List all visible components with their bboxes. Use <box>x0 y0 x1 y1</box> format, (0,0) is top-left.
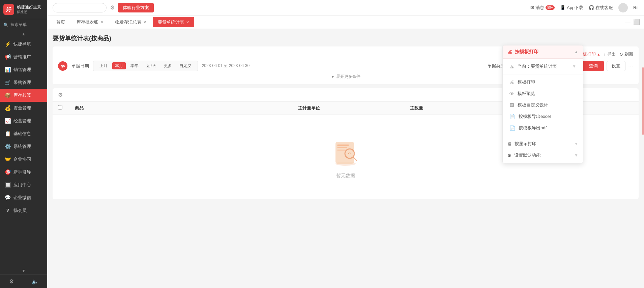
tab-inventory-batch[interactable]: 库存批次账 ✕ <box>71 17 109 27</box>
sidebar-item-purchase[interactable]: 🛒 采购管理 <box>0 76 47 89</box>
sidebar-item-finance[interactable]: 💰 资金管理 <box>0 102 47 115</box>
enterprise-icon: 🤝 <box>5 156 11 162</box>
sidebar-item-quick-nav[interactable]: ⚡ 快捷导航 <box>0 38 47 51</box>
right-resize-handle[interactable] <box>642 67 644 135</box>
messages-badge: 99+ <box>546 5 555 10</box>
logo-icon: 好 <box>3 4 14 15</box>
date-range-text: 2023-06-01 至 2023-06-30 <box>202 63 250 69</box>
sidebar-item-system[interactable]: ⚙️ 系统管理 <box>0 140 47 153</box>
date-filter-label: 单据日期 <box>71 63 89 69</box>
finance-icon: 💰 <box>5 105 11 111</box>
settings-btn[interactable]: 设置 <box>607 61 625 71</box>
col-header-check <box>58 105 75 111</box>
sidebar-item-members[interactable]: V 畅会员 <box>0 204 47 217</box>
sidebar-item-inventory[interactable]: 📦 库存核算 <box>0 89 47 102</box>
corp-wechat-icon: 💬 <box>5 195 11 201</box>
tab-receipt-summary[interactable]: 收发存汇总表 ✕ <box>110 17 151 27</box>
printer-header-icon: 🖨 <box>507 49 512 55</box>
empty-illustration <box>329 135 362 169</box>
tab-inventory-batch-close[interactable]: ✕ <box>100 20 104 25</box>
content-area: 要货单统计表(按商品) 🖨 按模板打印 ▲ ↑ 导出 ↻ 刷新 <box>47 29 644 288</box>
table-gear-icon[interactable]: ⚙ <box>58 92 63 98</box>
refresh-icon: ↻ <box>619 52 623 57</box>
avatar[interactable] <box>618 3 628 12</box>
more-btn[interactable]: ··· <box>628 61 633 71</box>
sidebar-item-guide[interactable]: 🎯 新手引导 <box>0 166 47 179</box>
export-icon: ↑ <box>604 52 606 57</box>
members-icon: V <box>5 208 11 213</box>
sidebar: 好 畅捷通好生意 标准版 🔍 搜索菜单 ▲ ⚡ 快捷导航 📢 营销推广 📊 销售… <box>0 0 47 288</box>
dropdown-extra-section: 🖥 按显示打印 ▼ ⚙ 设置默认功能 ▼ <box>503 136 583 163</box>
username: Rit <box>633 5 639 10</box>
svg-point-7 <box>347 151 352 156</box>
date-btn-more[interactable]: 更多 <box>161 62 175 69</box>
display-print-arrow-icon: ▼ <box>574 141 578 146</box>
dropdown-template-design[interactable]: 🖼 模板自定义设计 <box>503 99 583 111</box>
volume-footer-icon[interactable]: 🔈 <box>32 278 38 285</box>
dropdown-display-print[interactable]: 🖥 按显示打印 ▼ <box>503 138 583 150</box>
dropdown-export-excel[interactable]: 📄 按模板导出excel <box>503 111 583 122</box>
app-download-btn[interactable]: 📱 App下载 <box>560 5 583 11</box>
dropdown-template-preview[interactable]: 👁 模板预览 <box>503 88 583 99</box>
tab-minimize-icon[interactable]: — <box>625 19 631 25</box>
dropdown-set-default[interactable]: ⚙ 设置默认功能 ▼ <box>503 150 583 161</box>
purchase-icon: 🛒 <box>5 79 11 86</box>
dropdown-header-left: 🖨 按模板打印 <box>507 49 538 55</box>
sidebar-item-marketing[interactable]: 📢 营销推广 <box>0 51 47 63</box>
sidebar-search-item[interactable]: 🔍 搜索菜单 <box>0 19 47 30</box>
tab-order-summary-close[interactable]: ✕ <box>186 20 189 25</box>
date-btn-custom[interactable]: 自定义 <box>177 62 194 69</box>
date-group: 上月 本月 本年 近7天 更多 自定义 <box>93 61 198 71</box>
sidebar-footer: ⚙ 🔈 <box>0 275 47 288</box>
date-btn-this-year[interactable]: 本年 <box>128 62 141 69</box>
topbar-left: ⚙ 体验行业方案 <box>53 3 154 12</box>
dropdown-header[interactable]: 🖨 按模板打印 ▲ <box>503 45 583 59</box>
current-arrow-icon: ▼ <box>572 64 576 69</box>
main-area: ⚙ 体验行业方案 ✉ 消息 99+ 📱 App下载 🎧 在线客服 Rit 首页 <box>47 0 644 288</box>
settings-footer-icon[interactable]: ⚙ <box>9 278 14 285</box>
col-header-unit: 主计量单位 <box>298 105 410 111</box>
messages-btn[interactable]: ✉ 消息 99+ <box>530 5 555 11</box>
message-icon: ✉ <box>530 5 534 10</box>
dropdown-export-pdf[interactable]: 📄 按模板导出pdf <box>503 122 583 134</box>
tab-receipt-summary-close[interactable]: ✕ <box>143 20 146 25</box>
sidebar-item-operations[interactable]: 📈 经营管理 <box>0 115 47 127</box>
service-icon: 🎧 <box>589 5 594 10</box>
date-btn-last-month[interactable]: 上月 <box>97 62 110 69</box>
refresh-btn[interactable]: ↻ 刷新 <box>619 51 633 57</box>
date-btn-7days[interactable]: 近7天 <box>143 62 159 69</box>
template-preview-icon: 👁 <box>509 91 514 96</box>
sidebar-item-basic[interactable]: 📋 基础信息 <box>0 127 47 140</box>
dropdown-template-print[interactable]: 🖨 模板打印 <box>503 76 583 88</box>
display-print-icon: 🖥 <box>507 141 512 147</box>
operations-icon: 📈 <box>5 118 11 124</box>
date-btn-this-month[interactable]: 本月 <box>112 62 126 69</box>
dropdown-collapse-icon[interactable]: ▲ <box>574 50 578 54</box>
topbar-search-input[interactable] <box>53 3 107 12</box>
sidebar-item-enterprise[interactable]: 🤝 企业协同 <box>0 153 47 166</box>
sidebar-item-corp-wechat[interactable]: 💬 企业微信 <box>0 191 47 204</box>
export-pdf-icon: 📄 <box>509 125 515 131</box>
tab-maximize-icon[interactable]: ⬜ <box>633 19 640 25</box>
quick-nav-icon: ⚡ <box>5 41 11 47</box>
tab-home[interactable]: 首页 <box>51 17 70 27</box>
dropdown-current-section: 🖨 当前：要货单统计表 ▼ <box>503 59 583 74</box>
sidebar-item-app-center[interactable]: 🔲 应用中心 <box>0 179 47 191</box>
export-btn[interactable]: ↑ 导出 <box>604 51 616 57</box>
export-excel-icon: 📄 <box>509 114 515 119</box>
header-checkbox[interactable] <box>58 105 62 109</box>
current-icon: 🖨 <box>509 64 514 69</box>
filter-expand-btn[interactable]: ≫ <box>58 61 67 71</box>
scroll-down-btn[interactable]: ▼ <box>0 267 47 275</box>
online-service-btn[interactable]: 🎧 在线客服 <box>589 5 613 11</box>
trial-btn[interactable]: 体验行业方案 <box>118 3 154 12</box>
topbar-gear-icon[interactable]: ⚙ <box>110 4 115 11</box>
dropdown-current-item[interactable]: 🖨 当前：要货单统计表 ▼ <box>503 61 583 72</box>
tab-order-summary[interactable]: 要货单统计表 ✕ <box>153 17 194 27</box>
sidebar-item-sales[interactable]: 📊 销售管理 <box>0 63 47 76</box>
query-btn[interactable]: 查询 <box>583 61 604 71</box>
dropdown-template-section: 🖨 模板打印 👁 模板预览 🖼 模板自定义设计 📄 按模板导出excel 📄 <box>503 74 583 136</box>
topbar: ⚙ 体验行业方案 ✉ 消息 99+ 📱 App下载 🎧 在线客服 Rit <box>47 0 644 15</box>
svg-rect-4 <box>337 150 346 151</box>
scroll-up-btn[interactable]: ▲ <box>0 30 47 38</box>
